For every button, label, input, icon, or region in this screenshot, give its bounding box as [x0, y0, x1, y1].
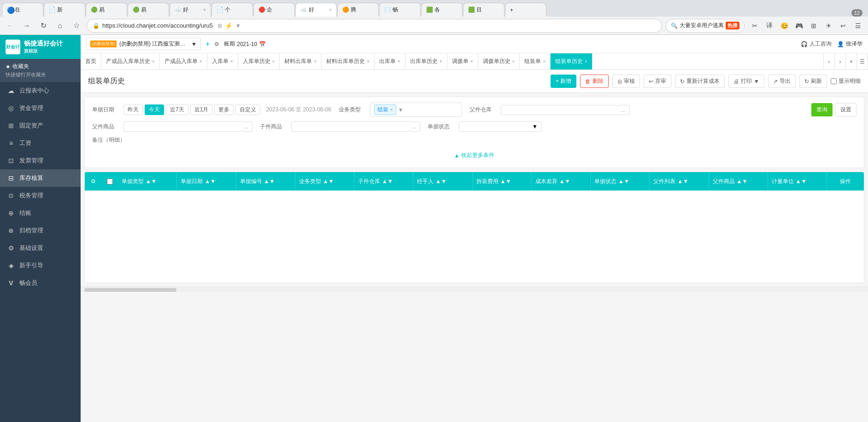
horizontal-scrollbar[interactable] — [81, 287, 868, 292]
date-btn-more[interactable]: 更多 — [214, 104, 234, 115]
new-button[interactable]: + 新增 — [551, 75, 576, 88]
nav-tab-prod-in-hist[interactable]: 产成品入库单历史 × — [101, 53, 160, 70]
nav-tab-in[interactable]: 入库单 × — [207, 53, 238, 70]
nav-tab-close-transfer[interactable]: × — [470, 59, 473, 64]
th-handler[interactable]: 经手人 ▲▼ — [413, 172, 472, 191]
th-sub-warehouse[interactable]: 子件仓库 ▲▼ — [354, 172, 413, 191]
browser-tab-11[interactable]: 🟩 各 — [421, 3, 463, 17]
th-number[interactable]: 单据编号 ▲▼ — [236, 172, 295, 191]
reload-button[interactable]: ↻ — [37, 19, 50, 32]
browser-tab-12[interactable]: 🟩 目 — [463, 3, 504, 17]
nav-tab-close-assemble[interactable]: × — [543, 59, 545, 64]
audit-button[interactable]: ◎ 审核 — [612, 75, 640, 88]
browser-tab-6[interactable]: 📄 个 — [211, 3, 253, 17]
nav-tab-prod-in[interactable]: 产成品入库单 × — [160, 53, 207, 70]
browser-tab-1[interactable]: 🔵 在 — [2, 3, 43, 17]
nav-tab-close-mat-out-hist[interactable]: × — [367, 59, 369, 64]
sidebar-item-member[interactable]: V 畅会员 — [0, 274, 81, 292]
nav-tabs-more[interactable]: ☰ — [857, 53, 868, 70]
browser-tab-9[interactable]: 🟠 腾 — [337, 3, 379, 17]
show-detail-label[interactable]: 显示明细 — [831, 77, 861, 85]
th-type[interactable]: 单据类型 ▲▼ — [118, 172, 177, 191]
parent-warehouse-more[interactable]: ... — [621, 107, 626, 113]
nav-tab-close-in-hist[interactable]: × — [272, 59, 275, 64]
search-bar[interactable]: 🔍 大量安卓用户逃离 热搜 — [666, 19, 745, 33]
forward-button[interactable]: → — [20, 19, 33, 32]
nav-tabs-right[interactable]: › — [835, 53, 846, 70]
nav-tab-home[interactable]: 首页 — [81, 53, 101, 70]
favorites-section[interactable]: ★ 收藏夹 快捷键打开收藏夹 — [0, 59, 81, 82]
date-btn-yesterday[interactable]: 昨天 — [123, 104, 143, 115]
nav-tab-close-out-hist[interactable]: × — [440, 59, 442, 64]
new-tab-button[interactable]: + — [505, 3, 546, 17]
url-dropdown-icon[interactable]: ▼ — [235, 23, 241, 29]
user-info[interactable]: 👤 徐泽华 — [837, 40, 862, 48]
parent-goods-input[interactable]: ... — [123, 121, 252, 132]
period-selector[interactable]: 账期 2021-10 📅 — [224, 40, 266, 48]
export-button[interactable]: ↗ 导出 — [768, 75, 796, 88]
browser-tab-5[interactable]: ☁️ 好 × — [170, 3, 211, 17]
date-btn-custom[interactable]: 自定义 — [235, 104, 260, 115]
sidebar-item-basic-settings[interactable]: ⚙ 基础设置 — [0, 239, 81, 257]
recalc-button[interactable]: ↻ 重新计算成本 — [675, 75, 725, 88]
biz-type-dropdown[interactable]: ▼ — [398, 107, 404, 113]
refresh-button[interactable]: ↻ 刷新 — [799, 75, 827, 88]
nav-tab-mat-out-hist[interactable]: 材料出库单历史 × — [322, 53, 375, 70]
th-status[interactable]: 单据状态 ▲▼ — [591, 172, 650, 191]
url-bar[interactable]: 🔒 https://cloud.chanjet.com/accounting/u… — [87, 19, 662, 33]
sidebar-item-cloud-report[interactable]: ☁ 云报表中心 — [0, 82, 81, 99]
scrollbar-thumb[interactable] — [84, 288, 176, 292]
browser-tab-3[interactable]: 🟢 易 — [86, 3, 127, 17]
tab-close-5[interactable]: × — [201, 7, 206, 12]
settings-btn[interactable]: 设置 — [835, 103, 856, 116]
sidebar-item-archive[interactable]: ⊗ 归档管理 — [0, 222, 81, 239]
sidebar-item-guide[interactable]: ◈ 新手引导 — [0, 257, 81, 274]
query-button[interactable]: 查询 — [811, 103, 833, 116]
sidebar-item-settle[interactable]: ⊕ 结账 — [0, 204, 81, 222]
print-button[interactable]: 🖨 打印 ▼ — [728, 75, 764, 88]
settings-company-icon[interactable]: ⚙ — [214, 41, 219, 47]
th-disassembly-fee[interactable]: 拆装费用 ▲▼ — [473, 172, 532, 191]
nav-tab-assemble[interactable]: 组装单 × — [520, 53, 551, 70]
collapse-bar[interactable]: ▲ 收起更多条件 — [92, 149, 856, 162]
nav-tab-assemble-hist[interactable]: 组装单历史 × — [551, 53, 592, 70]
home-button[interactable]: ⌂ — [53, 19, 66, 32]
sidebar-item-invoice[interactable]: ⊡ 发票管理 — [0, 152, 81, 169]
biz-type-input[interactable]: 组装 × ▼ — [370, 103, 462, 117]
th-unit[interactable]: 计量单位 ▲▼ — [768, 172, 827, 191]
th-cost-diff[interactable]: 成本差异 ▲▼ — [532, 172, 591, 191]
child-goods-more[interactable]: ... — [411, 123, 416, 130]
back-button[interactable]: ← — [4, 19, 17, 32]
grid-btn[interactable]: ⊞ — [807, 19, 820, 32]
table-select-all[interactable] — [101, 179, 118, 185]
date-btn-1month[interactable]: 近1月 — [190, 104, 213, 115]
parent-goods-more[interactable]: ... — [244, 123, 248, 130]
nav-tab-out[interactable]: 出库单 × — [375, 53, 405, 70]
nav-tab-close-in[interactable]: × — [230, 59, 233, 64]
browser-tab-7[interactable]: 🔴 企 — [253, 3, 295, 17]
game-btn[interactable]: 🎮 — [792, 19, 805, 32]
sidebar-item-tax[interactable]: ⊙ 税务管理 — [0, 187, 81, 204]
table-settings-icon[interactable]: ⚙ — [85, 178, 101, 185]
service-action[interactable]: 🎧 人工咨询 — [801, 40, 832, 48]
browser-tab-8[interactable]: ☁️ 好 × — [295, 3, 337, 17]
emoji-btn[interactable]: 😊 — [778, 19, 791, 32]
sidebar-item-fixed-asset[interactable]: ⊞ 固定资产 — [0, 117, 81, 134]
nav-tab-mat-out[interactable]: 材料出库单 × — [280, 53, 322, 70]
nav-tab-close-prod-in[interactable]: × — [199, 59, 202, 64]
nav-tab-out-hist[interactable]: 出库单历史 × — [405, 53, 447, 70]
abandon-button[interactable]: ↩ 弃审 — [644, 75, 671, 88]
nav-tab-in-hist[interactable]: 入库单历史 × — [238, 53, 280, 70]
th-date[interactable]: 单据日期 ▲▼ — [177, 172, 236, 191]
bookmark-button[interactable]: ☆ — [70, 19, 83, 32]
nav-tab-close-transfer-hist[interactable]: × — [512, 59, 515, 64]
browser-tab-4[interactable]: 🟢 易 — [128, 3, 169, 17]
nav-tab-close-mat-out[interactable]: × — [314, 59, 317, 64]
nav-tab-transfer[interactable]: 调拨单 × — [447, 53, 478, 70]
nav-tabs-left[interactable]: ‹ — [824, 53, 835, 70]
menu-btn[interactable]: ☰ — [851, 19, 864, 32]
translate-btn[interactable]: 译 — [763, 19, 776, 32]
th-biz-type[interactable]: 业务类型 ▲▼ — [295, 172, 354, 191]
date-btn-today[interactable]: 今天 — [145, 104, 164, 115]
undo-btn[interactable]: ↩ — [837, 19, 850, 32]
